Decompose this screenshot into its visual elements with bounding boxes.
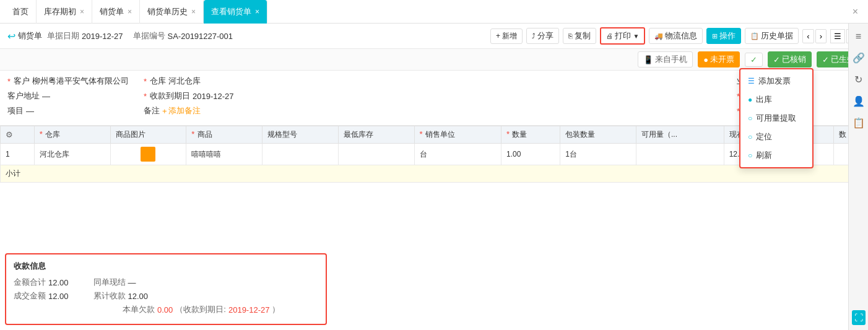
product-table: ⚙ * 仓库 商品图片 * 商品 规格型号 最低库存 * 销售单位 * 数量 包… (0, 126, 868, 183)
tab-view-sales-close[interactable]: × (255, 7, 259, 16)
sold-icon: ✓ (773, 55, 780, 64)
operate-label: 操作 (719, 30, 736, 41)
sidebar-icon-5[interactable]: 📋 (850, 115, 867, 131)
deal-value: 12.00 (48, 292, 69, 301)
tab-sales-history-close[interactable]: × (191, 7, 196, 16)
from-phone-button[interactable]: 📱 来自手机 (638, 51, 693, 67)
subtotal-label: 小计 (1, 165, 868, 183)
print-button[interactable]: 🖨 打印 ▼ (600, 27, 645, 45)
add-button[interactable]: + 新增 (490, 28, 523, 44)
share-icon: ⤴ (532, 32, 536, 40)
operate-dropdown: ☰ 添加发票 ● 出库 ○ 可用量提取 ○ 定位 ○ 刷新 (739, 68, 814, 168)
history-button[interactable]: 📋 历史单据 (745, 28, 799, 44)
sold-button[interactable]: ✓ 已核销 (768, 51, 812, 67)
row-image (110, 144, 186, 165)
effect-icon: ✓ (822, 55, 829, 64)
out-stock-item[interactable]: ● 出库 (740, 90, 812, 109)
refresh-icon: ○ (748, 151, 752, 160)
owe-value: 0.00 (157, 305, 173, 315)
tab-home[interactable]: 首页 (5, 0, 37, 24)
table-row: 1 河北仓库 嘻嘻嘻嘻 台 1.00 1台 12.00 0. (1, 144, 868, 165)
payment-row-2: 成交金额 12.00 累计收款 12.00 (14, 290, 318, 302)
share-label: 分享 (537, 30, 553, 41)
refresh-item[interactable]: ○ 刷新 (740, 146, 812, 165)
confirmed-btn[interactable]: ✓ (745, 53, 763, 67)
sidebar-icon-expand[interactable]: ⛶ (852, 310, 866, 325)
col-settings[interactable]: ⚙ (1, 126, 35, 144)
doc-date-value: 2019-12-27 (82, 32, 123, 41)
logistics-button[interactable]: 🚚 物流信息 (649, 28, 703, 44)
add-invoice-label: 添加发票 (758, 76, 791, 87)
gear-icon: ⚙ (6, 130, 13, 139)
col-unit: * 销售单位 (414, 126, 501, 144)
subtotal-row: 小计 (1, 165, 868, 183)
row-product: 嘻嘻嘻嘻 (186, 144, 263, 165)
owe-label: 本单欠款 (123, 304, 155, 315)
col-min-stock: 最低库存 (338, 126, 414, 144)
window-close-btn[interactable]: × (849, 5, 862, 19)
prev-button[interactable]: ‹ (802, 29, 814, 43)
same-order-value: — (128, 278, 136, 287)
copy-icon: ⎘ (568, 32, 573, 40)
payment-section: 收款信息 金额合计 12.00 同单现结 — 成交金额 12.00 累计收款 (5, 253, 327, 325)
copy-button[interactable]: ⎘ 复制 (563, 28, 596, 44)
list-view-button[interactable]: ☰ (830, 29, 845, 43)
sidebar-icon-4[interactable]: 👤 (850, 93, 867, 110)
address-group: 客户地址 — (7, 90, 131, 102)
deal-label: 成交金额 (14, 290, 46, 302)
customer-value[interactable]: 柳州粤港平安气体有限公司 (32, 76, 129, 87)
sidebar-icon-1[interactable]: ≡ (853, 28, 864, 45)
customer-required: * (7, 77, 11, 86)
doc-meta: 单据日期 2019-12-27 单据编号 SA-20191227-001 (47, 30, 485, 41)
share-button[interactable]: ⤴ 分享 (526, 28, 559, 44)
payment-row-1: 金额合计 12.00 同单现结 — (14, 277, 318, 288)
out-stock-icon: ● (748, 95, 752, 104)
sidebar-icon-3[interactable]: ↻ (852, 71, 865, 88)
total-label: 金额合计 (14, 277, 46, 288)
cumulative-value: 12.00 (128, 292, 149, 301)
doc-no-label: 单据编号 (133, 30, 165, 41)
locate-item[interactable]: ○ 定位 (740, 128, 812, 146)
tab-sales[interactable]: 销货单 × (92, 0, 140, 24)
col-pack-qty: 包装数量 (560, 126, 636, 144)
locate-icon: ○ (748, 132, 752, 141)
col-spec: 规格型号 (263, 126, 339, 144)
available-qty-icon: ○ (748, 114, 752, 123)
add-invoice-item[interactable]: ☰ 添加发票 (740, 72, 812, 90)
tab-home-label: 首页 (12, 6, 28, 17)
logistics-label: 物流信息 (665, 30, 697, 41)
add-note-button[interactable]: + 添加备注 (162, 105, 201, 116)
cumulative-item: 累计收款 12.00 (93, 290, 149, 302)
warehouse-label: 仓库 (150, 76, 166, 87)
product-image (141, 147, 155, 162)
next-button[interactable]: › (815, 29, 827, 43)
available-qty-item[interactable]: ○ 可用量提取 (740, 109, 812, 128)
tab-sales-close[interactable]: × (128, 7, 132, 16)
warehouse-required: * (144, 77, 147, 86)
payment-title: 收款信息 (14, 261, 318, 272)
operate-button[interactable]: ⊞ 操作 (706, 28, 741, 44)
doc-date-label: 单据日期 (47, 30, 79, 41)
sidebar-icon-2[interactable]: 🔗 (850, 50, 867, 66)
col-product: * 商品 (186, 126, 263, 144)
right-sidebar: ≡ 🔗 ↻ 👤 📋 ⛶ (848, 24, 868, 330)
row-qty: 1.00 (501, 144, 560, 165)
not-open-button[interactable]: ● 未开票 (698, 51, 740, 67)
note-label: 备注 (144, 105, 160, 116)
warehouse-value[interactable]: 河北仓库 (168, 76, 201, 87)
warehouse-group: * 仓库 河北仓库 (144, 76, 267, 87)
tab-view-sales[interactable]: 查看销货单 × (204, 0, 267, 24)
deal-amount-item: 成交金额 12.00 (14, 290, 69, 302)
row-pack-qty: 1台 (560, 144, 636, 165)
note-group: 备注 + 添加备注 (144, 105, 267, 116)
col-warehouse: * 仓库 (34, 126, 110, 144)
not-open-icon: ● (703, 55, 708, 64)
col-available: 可用量（... (636, 126, 724, 144)
due-date-required: * (144, 92, 147, 101)
tab-bar: 首页 库存期初 × 销货单 × 销货单历史 × 查看销货单 × × (0, 0, 868, 24)
sold-label: 已核销 (782, 54, 806, 65)
tab-sales-history[interactable]: 销货单历史 × (140, 0, 204, 24)
owe-info: （收款到期日: (175, 304, 226, 315)
tab-inventory-close[interactable]: × (80, 7, 84, 16)
tab-inventory[interactable]: 库存期初 × (37, 0, 92, 24)
